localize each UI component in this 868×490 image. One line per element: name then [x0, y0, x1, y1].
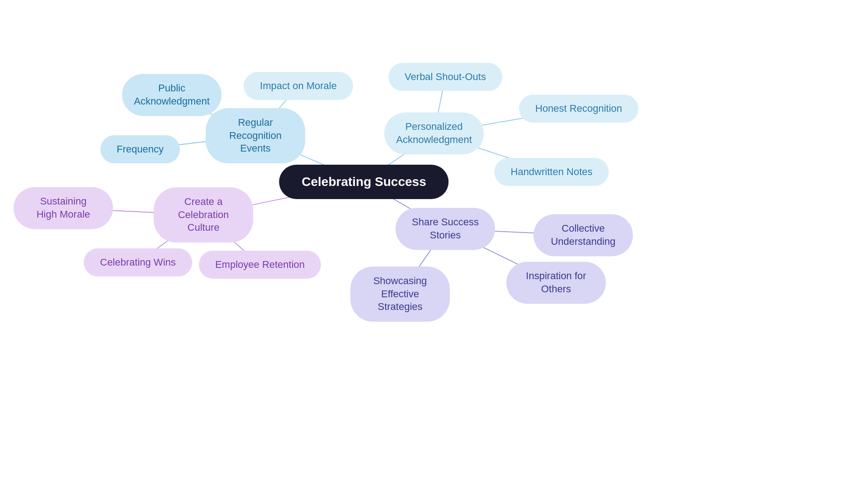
- node-celebrating-wins: Celebrating Wins: [84, 248, 192, 276]
- node-sustaining-morale: Sustaining High Morale: [14, 187, 113, 229]
- node-showcasing-strategies: Showcasing Effective Strategies: [350, 266, 450, 322]
- node-verbal-shoutouts: Verbal Shout-Outs: [388, 63, 502, 91]
- center-node: Celebrating Success: [279, 165, 448, 199]
- node-public-acknowledgment: Public Acknowledgment: [122, 74, 222, 116]
- node-create-celebration: Create a Celebration Culture: [154, 187, 253, 243]
- node-inspiration-others: Inspiration for Others: [506, 262, 606, 304]
- node-honest-recognition: Honest Recognition: [519, 95, 638, 123]
- node-frequency: Frequency: [100, 135, 180, 163]
- node-regular-recognition: Regular Recognition Events: [206, 108, 305, 163]
- node-handwritten-notes: Handwritten Notes: [495, 158, 609, 186]
- node-impact-morale: Impact on Morale: [244, 72, 353, 100]
- node-employee-retention: Employee Retention: [199, 251, 321, 279]
- mindmap-container: Celebrating SuccessRegular Recognition E…: [0, 0, 868, 490]
- node-personalized-acknowledgment: Personalized Acknowledgment: [384, 112, 484, 154]
- node-collective-understanding: Collective Understanding: [533, 214, 633, 256]
- node-share-success: Share Success Stories: [396, 208, 495, 250]
